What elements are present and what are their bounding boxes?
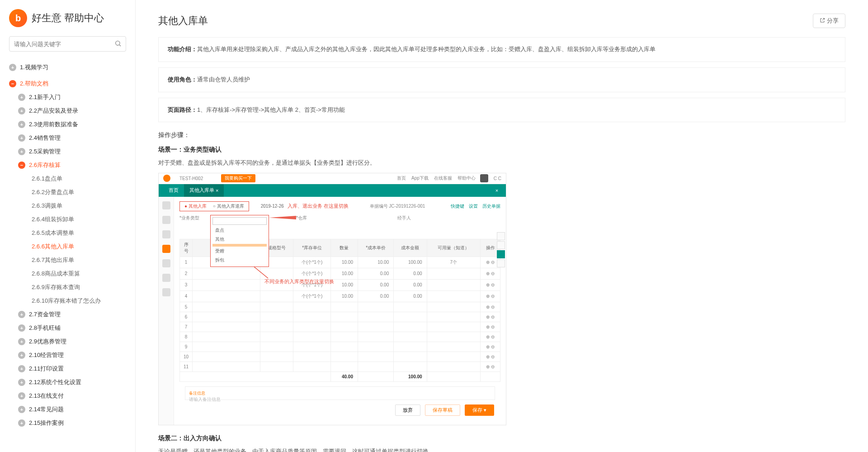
leftnav-icon: [162, 245, 170, 253]
nav-label: 2.6.9库存账本查询: [32, 283, 80, 291]
nav-2-6[interactable]: −2.6库存核算: [9, 158, 126, 172]
tab-home: 首页: [163, 184, 184, 197]
path-box: 页面路径：1、库存核算->库存管理->其他入库单 2、首页->常用功能: [158, 98, 845, 123]
nav-label: 2.6库存核算: [29, 161, 61, 169]
search-input[interactable]: [9, 36, 126, 52]
nav-2-6-5[interactable]: 2.6.5成本调整单: [9, 226, 126, 240]
brand-title: 好生意 帮助中心: [32, 11, 104, 25]
nav-2-5[interactable]: +2.5采购管理: [9, 145, 126, 158]
table-row: 7⊕ ⊖: [180, 322, 500, 332]
brand-header: b 好生意 帮助中心: [9, 9, 126, 27]
nav-2-10[interactable]: +2.10经营管理: [9, 348, 126, 362]
plus-icon: +: [9, 64, 16, 71]
annotation-text: 不同业务的入库类型在这里切换: [264, 278, 334, 285]
scene1-title: 场景一：业务类型确认: [158, 146, 845, 154]
nav-2-13[interactable]: +2.13在线支付: [9, 389, 126, 403]
nav-2-1[interactable]: +2.1新手入门: [9, 90, 126, 104]
nav-2-6-8[interactable]: 2.6.8商品成本重算: [9, 267, 126, 281]
type-switch-box: ● 其他入库 ○ 其他入库退库: [179, 201, 249, 211]
scene1-desc: 对于受赠、盘盈或是拆装入库等不同的业务，是通过单据头【业务类型】进行区分。: [158, 157, 845, 168]
nav-2-14[interactable]: +2.14常见问题: [9, 403, 126, 416]
info-text: 1、库存核算->库存管理->其他入库单 2、首页->常用功能: [197, 106, 345, 113]
nav-label: 2.7资金管理: [29, 310, 61, 319]
nav-2-8[interactable]: +2.8手机旺铺: [9, 321, 126, 335]
nav-label: 1.视频学习: [20, 63, 48, 71]
table-row: 5⊕ ⊖: [180, 302, 500, 312]
nav-label: 2.6.2分量盘点单: [32, 188, 74, 196]
plus-icon: +: [18, 406, 25, 413]
table-row: 11⊕ ⊖: [180, 362, 500, 371]
nav-label: 2.14常见问题: [29, 405, 64, 414]
code-value: JC-20191226-001: [389, 204, 425, 209]
nav-label: 2.4销售管理: [29, 134, 61, 142]
top-link: 首页: [397, 175, 406, 181]
table-row: 2个(个*1个)10.000.000.00⊕ ⊖: [180, 268, 500, 279]
nav-label: 2.6.8商品成本重算: [32, 270, 80, 278]
tab-form: 其他入库单 ×: [184, 184, 224, 197]
nav-label: 2.6.10库存账本错了怎么办: [32, 297, 101, 305]
plus-icon: +: [18, 121, 25, 128]
nav-2-6-2[interactable]: 2.6.2分量盘点单: [9, 186, 126, 199]
search-icon[interactable]: [114, 40, 122, 48]
memo-box: 备注信息 请输入备注信息: [185, 386, 495, 400]
plus-icon: +: [18, 94, 25, 101]
nav-docs[interactable]: −2.帮助文档: [9, 77, 126, 90]
table-row: 10⊕ ⊖: [180, 352, 500, 362]
nav-2-4[interactable]: +2.4销售管理: [9, 131, 126, 145]
info-label: 使用角色：: [168, 76, 197, 83]
plus-icon: +: [18, 148, 25, 155]
shot-tabs: 首页 其他入库单 × ×: [159, 184, 506, 197]
nav-tree: +1.视频学习 −2.帮助文档 +2.1新手入门 +2.2产品安装及登录 +2.…: [9, 61, 126, 430]
nav-2-6-3[interactable]: 2.6.3调拨单: [9, 199, 126, 213]
field-label: 经手人: [397, 215, 411, 221]
steps-heading: 操作步骤：: [158, 131, 845, 139]
shot-leftbar: [159, 197, 174, 425]
nav-label: 2.10经营管理: [29, 351, 64, 359]
nav-2-6-7[interactable]: 2.6.7其他出库单: [9, 253, 126, 267]
nav-2-6-4[interactable]: 2.6.4组装拆卸单: [9, 213, 126, 226]
nav-2-12[interactable]: +2.12系统个性化设置: [9, 376, 126, 389]
radio-label: 其他入库退库: [217, 204, 244, 209]
minus-icon: −: [9, 80, 16, 87]
top-link: 在线客服: [434, 175, 452, 181]
scene2-title: 场景二：出入方向确认: [158, 434, 845, 442]
memo-label: 备注信息: [189, 390, 491, 396]
nav-2-6-1[interactable]: 2.6.1盘点单: [9, 172, 126, 186]
nav-label: 2.6.1盘点单: [32, 175, 62, 183]
main-content: 其他入库单 分享 功能介绍：其他入库单用来处理除采购入库、产成品入库之外的其他入…: [136, 0, 868, 452]
nav-2-15[interactable]: +2.15操作案例: [9, 416, 126, 430]
account-name: TEST-H002: [179, 176, 203, 181]
total-row: 40.00100.00: [180, 371, 500, 381]
nav-2-7[interactable]: +2.7资金管理: [9, 308, 126, 321]
scene2-desc1: 无论是受赠，还是其他类型的业务，由于入库商品质量等原因，需要退回，这时可通过单据…: [158, 446, 845, 452]
plus-icon: +: [18, 365, 25, 372]
cancel-button: 放弃: [395, 404, 420, 416]
nav-label: 2.6.4组装拆卸单: [32, 215, 74, 224]
info-text: 其他入库单用来处理除采购入库、产成品入库之外的其他入库业务，因此其他入库单可处理…: [197, 46, 656, 52]
right-toolbar: [497, 232, 506, 267]
toolbar-links: 快捷键设置历史单据: [446, 203, 500, 209]
nav-label: 2.13在线支付: [29, 392, 64, 400]
nav-video[interactable]: +1.视频学习: [9, 61, 126, 74]
table-row: 9⊕ ⊖: [180, 342, 500, 352]
annotation-text: 入库、退出业务 在这里切换: [288, 203, 349, 209]
role-box: 使用角色：通常由仓管人员维护: [158, 67, 845, 92]
nav-2-3[interactable]: +2.3使用前数据准备: [9, 118, 126, 131]
nav-2-9[interactable]: +2.9优惠券管理: [9, 335, 126, 348]
plus-icon: +: [18, 379, 25, 386]
nav-2-6-9[interactable]: 2.6.9库存账本查询: [9, 281, 126, 294]
leftnav-icon: [162, 288, 170, 296]
logo-icon: b: [9, 9, 27, 27]
nav-label: 2.3使用前数据准备: [29, 120, 78, 128]
share-button[interactable]: 分享: [813, 14, 845, 28]
nav-2-11[interactable]: +2.11打印设置: [9, 362, 126, 376]
nav-2-2[interactable]: +2.2产品安装及登录: [9, 104, 126, 118]
info-label: 功能介绍：: [168, 46, 197, 52]
dd-option: 其他: [212, 235, 267, 244]
nav-2-6-6[interactable]: 2.6.6其他入库单: [9, 240, 126, 253]
leftnav-icon: [162, 216, 170, 224]
nav-label: 2.11打印设置: [29, 365, 64, 373]
sidebar: b 好生意 帮助中心 +1.视频学习 −2.帮助文档 +2.1新手入门 +2.2…: [0, 0, 136, 452]
info-label: 页面路径：: [168, 106, 197, 113]
nav-2-6-10[interactable]: 2.6.10库存账本错了怎么办: [9, 294, 126, 308]
